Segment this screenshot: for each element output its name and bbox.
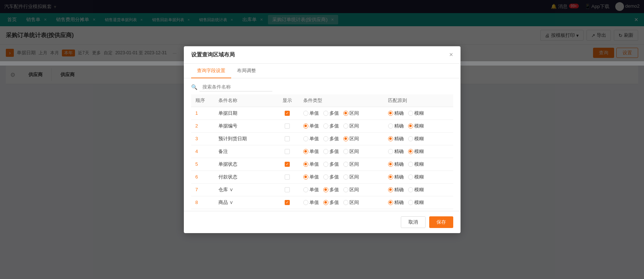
table-row: 4备注单值多值区间精确模糊 <box>191 145 453 158</box>
row-type-radio[interactable]: 单值多值区间 <box>299 145 384 158</box>
row-match-radio[interactable]: 精确模糊 <box>384 132 453 145</box>
search-icon: 🔍 <box>191 84 197 90</box>
table-row: 5单据状态单值多值区间精确模糊 <box>191 158 453 170</box>
row-display-checkbox[interactable] <box>276 183 299 196</box>
row-display-checkbox[interactable] <box>276 107 299 119</box>
row-match-radio[interactable]: 精确模糊 <box>384 119 453 132</box>
row-match-radio[interactable]: 精确模糊 <box>384 196 453 209</box>
dialog-tabs: 查询字段设置 布局调整 <box>184 64 461 78</box>
row-type-radio[interactable]: 单值多值区间 <box>299 170 384 183</box>
cancel-button[interactable]: 取消 <box>401 216 426 228</box>
table-row: 2单据编号单值多值区间精确模糊 <box>191 119 453 132</box>
col-header-display: 显示 <box>276 94 299 107</box>
row-display-checkbox[interactable] <box>276 170 299 183</box>
row-type-radio[interactable]: 单值多值区间 <box>299 107 384 119</box>
row-order: 7 <box>191 183 214 196</box>
row-type-radio[interactable]: 单值多值区间 <box>299 196 384 209</box>
row-condition-name: 商品 ∨ <box>214 196 276 209</box>
row-match-radio[interactable]: 精确模糊 <box>384 170 453 183</box>
table-row: 1单据日期单值多值区间精确模糊 <box>191 107 453 119</box>
row-order: 4 <box>191 145 214 158</box>
row-display-checkbox[interactable] <box>276 145 299 158</box>
row-order: 5 <box>191 158 214 170</box>
row-display-checkbox[interactable] <box>276 119 299 132</box>
row-type-radio[interactable]: 单值多值区间 <box>299 132 384 145</box>
row-match-radio[interactable]: 精确模糊 <box>384 145 453 158</box>
table-row: 7仓库 ∨单值多值区间精确模糊 <box>191 183 453 196</box>
row-order: 8 <box>191 196 214 209</box>
dialog-close-button[interactable]: × <box>449 51 453 58</box>
config-table: 顺序 条件名称 显示 条件类型 匹配原则 1单据日期单值多值区间精确模糊2单据编… <box>191 94 453 211</box>
col-header-type: 条件类型 <box>299 94 384 107</box>
dialog-title: 设置查询区域布局 <box>191 51 235 58</box>
col-header-order: 顺序 <box>191 94 214 107</box>
row-match-radio[interactable]: 精确模糊 <box>384 158 453 170</box>
row-condition-name: 付款状态 <box>214 170 276 183</box>
settings-dialog: 设置查询区域布局 × 查询字段设置 布局调整 🔍 顺序 <box>184 46 461 233</box>
table-row: 8商品 ∨单值多值区间精确模糊 <box>191 196 453 209</box>
row-type-radio[interactable]: 单值多值区间 <box>299 183 384 196</box>
row-display-checkbox[interactable] <box>276 132 299 145</box>
config-table-wrapper: 顺序 条件名称 显示 条件类型 匹配原则 1单据日期单值多值区间精确模糊2单据编… <box>184 94 461 211</box>
condition-search-input[interactable] <box>199 83 272 91</box>
table-row: 3预计到货日期单值多值区间精确模糊 <box>191 132 453 145</box>
row-condition-name: 预计到货日期 <box>214 132 276 145</box>
row-order: 6 <box>191 170 214 183</box>
col-header-match: 匹配原则 <box>384 94 453 107</box>
tab-query-field-settings[interactable]: 查询字段设置 <box>191 64 231 78</box>
table-row: 6付款状态单值多值区间精确模糊 <box>191 170 453 183</box>
row-order: 1 <box>191 107 214 119</box>
row-order: 3 <box>191 132 214 145</box>
dialog-overlay: 设置查询区域布局 × 查询字段设置 布局调整 🔍 顺序 <box>0 0 644 279</box>
row-type-radio[interactable]: 单值多值区间 <box>299 158 384 170</box>
col-header-name: 条件名称 <box>214 94 276 107</box>
row-condition-name: 备注 <box>214 145 276 158</box>
row-condition-name: 单据日期 <box>214 107 276 119</box>
row-order: 2 <box>191 119 214 132</box>
row-condition-name: 仓库 ∨ <box>214 183 276 196</box>
save-button[interactable]: 保存 <box>429 216 453 228</box>
row-match-radio[interactable]: 精确模糊 <box>384 183 453 196</box>
row-condition-name: 单据编号 <box>214 119 276 132</box>
row-type-radio[interactable]: 单值多值区间 <box>299 119 384 132</box>
tab-layout-adjust[interactable]: 布局调整 <box>231 64 262 78</box>
row-match-radio[interactable]: 精确模糊 <box>384 107 453 119</box>
row-condition-name: 单据状态 <box>214 158 276 170</box>
row-display-checkbox[interactable] <box>276 196 299 209</box>
row-display-checkbox[interactable] <box>276 158 299 170</box>
